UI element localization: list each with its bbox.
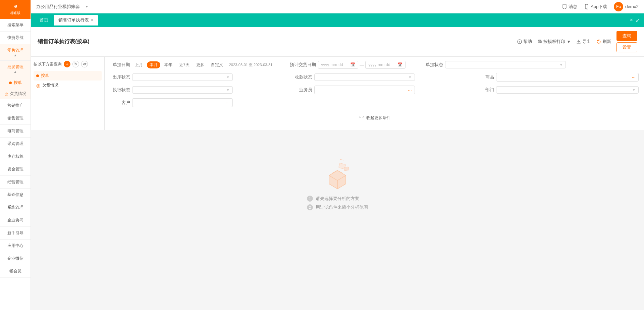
- add-scheme-button[interactable]: +: [64, 61, 70, 67]
- topbar-right: 消息 App下载 Ea demo2: [562, 2, 639, 11]
- scheme-item-debt[interactable]: ◎ 欠货情况: [34, 81, 102, 90]
- shortcut-last-month[interactable]: 上月: [132, 61, 146, 68]
- shortcut-more[interactable]: 更多: [194, 61, 207, 68]
- empty-step-1: 1 请先选择要分析的方案: [307, 196, 368, 202]
- help-icon: ?: [517, 39, 522, 44]
- sidebar-search-label: 搜索菜单: [1, 22, 29, 28]
- sidebar-item-purchase[interactable]: 采购管理: [0, 138, 31, 150]
- sidebar-item-system[interactable]: 系统管理: [0, 201, 31, 214]
- date-end-placeholder: yyyy-mm-dd: [368, 62, 390, 67]
- tab-sales-order-exec[interactable]: 销售订单执行表 ×: [54, 15, 98, 25]
- app-download-button[interactable]: App下载: [584, 4, 607, 10]
- print-icon: [537, 39, 542, 44]
- sidebar-item-finance[interactable]: 资金管理: [0, 163, 31, 176]
- help-button[interactable]: ? 帮助: [517, 39, 532, 45]
- shortcut-current-month[interactable]: 本月: [147, 61, 160, 68]
- query-button[interactable]: 查询: [616, 31, 637, 41]
- sidebar-wholesale-label: 批发管理: [7, 64, 23, 70]
- print-template-button[interactable]: 按模板打印 ▼: [537, 39, 571, 45]
- filter-row-1: 单据日期 上月 本月 本年 近7天 更多 自定义 2023-03-01 至 20…: [110, 61, 639, 69]
- svg-text:?: ?: [519, 41, 521, 44]
- print-label: 按模板打印: [543, 39, 565, 45]
- expected-date-end[interactable]: yyyy-mm-dd 📅: [365, 61, 406, 69]
- doc-status-select[interactable]: ▼: [445, 61, 566, 68]
- exec-status-select[interactable]: ▼: [132, 86, 233, 94]
- refresh-button[interactable]: 刷新: [596, 39, 611, 45]
- tab-home[interactable]: 首页: [35, 15, 53, 25]
- collapse-button[interactable]: ⌃⌃ 收起更多条件: [356, 112, 393, 123]
- page-header-actions: ? 帮助 按模板打印 ▼ 导出 刷新 查询 设置: [517, 31, 637, 52]
- out-status-select[interactable]: ▼: [132, 73, 233, 81]
- calendar-end-icon[interactable]: 📅: [397, 62, 402, 67]
- window-maximize-button[interactable]: ⤢: [636, 17, 640, 23]
- sidebar-item-inventory[interactable]: 库存核算: [0, 150, 31, 163]
- message-icon: [562, 4, 567, 9]
- sidebar-apps-label: 应用中心: [1, 243, 29, 249]
- sidebar-item-basic[interactable]: 基础信息: [0, 189, 31, 201]
- sidebar-search-item[interactable]: 搜索菜单: [0, 19, 31, 32]
- out-status-label: 出库状态: [110, 74, 130, 80]
- sidebar-item-enterprise[interactable]: 企业协同: [0, 214, 31, 227]
- export-label: 导出: [582, 39, 591, 45]
- retail-arrow-icon: ▲: [14, 53, 17, 57]
- sidebar-item-corp-wechat[interactable]: 企业微信: [0, 252, 31, 265]
- scheme-item-order[interactable]: 按单: [34, 71, 102, 81]
- expected-date-start[interactable]: yyyy-mm-dd 📅: [318, 61, 358, 69]
- sidebar-newbie-label: 新手引导: [1, 230, 29, 236]
- help-label: 帮助: [523, 39, 532, 45]
- empty-illustration: [321, 157, 354, 192]
- sidebar-item-newbie[interactable]: 新手引导: [0, 227, 31, 240]
- app-name[interactable]: 办公用品行业模拟账套: [36, 4, 80, 10]
- filter-row-3: 执行状态 ▼ 业务员 ··· 部门: [110, 86, 639, 94]
- sidebar-purchase-label: 采购管理: [1, 141, 29, 147]
- sidebar-sub-item-order[interactable]: 按单: [0, 77, 31, 88]
- export-button[interactable]: 导出: [576, 39, 591, 45]
- tab-close-icon[interactable]: ×: [91, 18, 93, 22]
- customer-more-icon[interactable]: ···: [226, 100, 230, 105]
- sidebar-item-retail[interactable]: 零售管理 ▲: [0, 44, 31, 61]
- collapse-scheme-button[interactable]: ≪: [81, 61, 88, 67]
- logo-text: 标账版: [10, 11, 20, 15]
- shortcut-last7[interactable]: 近7天: [176, 61, 192, 68]
- dept-chevron: ▼: [632, 88, 636, 92]
- scheme-debt-label: 欠货情况: [42, 83, 58, 88]
- dept-select[interactable]: ▼: [496, 86, 639, 94]
- salesperson-input[interactable]: ···: [314, 86, 415, 94]
- receipt-status-chevron: ▼: [408, 75, 412, 79]
- sidebar-sub-item-debt[interactable]: ◎ 欠货情况: [0, 88, 31, 99]
- goods-input[interactable]: ···: [496, 73, 639, 82]
- filter-scheme-panel: 按以下方案查询 + ↻ ≪ 按单 ◎ 欠货情况: [31, 57, 105, 130]
- calendar-start-icon[interactable]: 📅: [350, 62, 355, 67]
- refresh-scheme-button[interactable]: ↻: [72, 61, 79, 67]
- empty-svg: [321, 157, 354, 191]
- scheme-section-title: 按以下方案查询: [34, 61, 62, 67]
- sidebar-item-marketing[interactable]: 营销推广: [0, 99, 31, 112]
- scheme-order-label: 按单: [41, 73, 49, 79]
- sidebar-item-ecommerce[interactable]: 电商管理: [0, 125, 31, 138]
- sidebar-item-operations[interactable]: 经营管理: [0, 176, 31, 189]
- debt-scheme-icon: ◎: [36, 83, 40, 88]
- shortcut-custom[interactable]: 自定义: [208, 61, 226, 68]
- settings-button[interactable]: 设置: [616, 42, 637, 52]
- goods-more-icon[interactable]: ···: [632, 74, 636, 80]
- sidebar-item-wholesale[interactable]: 批发管理 ▲: [0, 61, 31, 77]
- sidebar-item-apps[interactable]: 应用中心: [0, 240, 31, 252]
- shortcut-current-year[interactable]: 本年: [162, 61, 175, 68]
- sidebar-item-members[interactable]: 畅会员: [0, 265, 31, 278]
- sidebar-quick-nav-item[interactable]: 快捷导航: [0, 32, 31, 44]
- step-1-label: 请先选择要分析的方案: [316, 196, 359, 202]
- window-close-button[interactable]: ×: [630, 17, 633, 23]
- message-button[interactable]: 消息: [562, 4, 577, 10]
- user-menu-button[interactable]: Ea demo2: [614, 2, 639, 11]
- sidebar-item-sales[interactable]: 销售管理: [0, 112, 31, 125]
- salesperson-more-icon[interactable]: ···: [408, 87, 412, 93]
- sidebar-logo: 畅 标账版: [0, 0, 31, 19]
- dept-label: 部门: [474, 87, 494, 93]
- date-range-display: 2023-03-01 至 2023-03-31: [229, 62, 273, 67]
- print-dropdown-icon[interactable]: ▼: [567, 39, 571, 44]
- receipt-status-select[interactable]: ▼: [314, 73, 415, 81]
- exec-status-chevron: ▼: [226, 88, 230, 92]
- customer-input[interactable]: ···: [132, 98, 233, 107]
- app-dropdown-icon[interactable]: ▼: [85, 5, 89, 8]
- date-separator: —: [360, 62, 364, 67]
